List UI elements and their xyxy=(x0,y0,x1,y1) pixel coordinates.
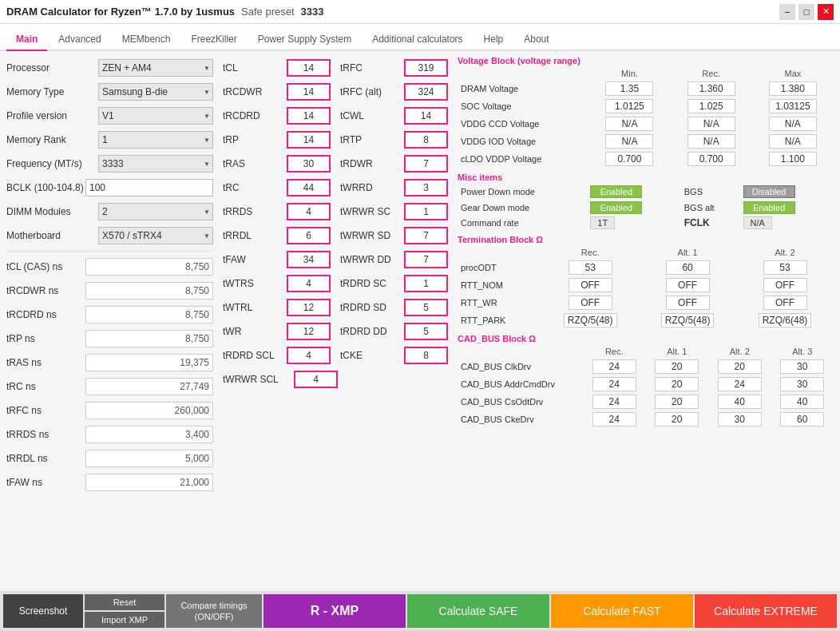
trcdrd-input[interactable] xyxy=(287,107,331,125)
profile-version-select[interactable]: V1 xyxy=(98,107,213,125)
maximize-button[interactable]: □ xyxy=(798,4,814,20)
tcke-input[interactable] xyxy=(404,347,448,364)
calculate-extreme-button[interactable]: Calculate EXTREME xyxy=(695,594,837,628)
tcke-label: tCKE xyxy=(340,350,401,361)
trdwr-input[interactable] xyxy=(404,155,448,173)
compare-timings-button[interactable]: Compare timings(ON/OFF) xyxy=(166,594,262,628)
trcdwr-input[interactable] xyxy=(287,83,331,101)
volt-name: VDDG IOD Voltage xyxy=(458,133,588,150)
trfc-input[interactable] xyxy=(404,59,448,77)
twrwr-scl-label: tWRWR SCL xyxy=(223,374,291,385)
trrds-input[interactable] xyxy=(287,203,331,220)
twtrl-input[interactable] xyxy=(287,299,331,316)
cadbus-title: CAD_BUS Block Ω xyxy=(458,334,834,343)
term-header-alt2: Alt. 2 xyxy=(736,246,834,259)
trp-ns-input[interactable] xyxy=(85,330,213,347)
motherboard-select-wrapper[interactable]: X570 / sTRX4 ▼ xyxy=(98,227,213,244)
bclk-input[interactable] xyxy=(85,179,213,196)
cadbus-alt3: 30 xyxy=(771,358,834,375)
tab-pss[interactable]: Power Supply System xyxy=(248,29,361,51)
trrdl-input[interactable] xyxy=(287,227,331,244)
trcdwr-ns-input[interactable] xyxy=(85,282,213,300)
cadbus-alt2: 24 xyxy=(708,375,771,393)
r-xmp-button[interactable]: R - XMP xyxy=(263,594,406,628)
volt-header-max: Max xyxy=(752,67,834,80)
trc-ns-input[interactable] xyxy=(85,378,213,395)
processor-select[interactable]: ZEN + AM4 xyxy=(98,59,213,77)
memory-rank-label: Memory Rank xyxy=(6,134,98,145)
twrwr-sc-input[interactable] xyxy=(404,203,448,220)
cadbus-alt2: 20 xyxy=(708,358,771,375)
trcdrd-ns-input[interactable] xyxy=(85,306,213,323)
trrds-ns-input[interactable] xyxy=(85,426,213,443)
trdrd-scl-input[interactable] xyxy=(287,347,331,364)
tab-membench[interactable]: MEMbench xyxy=(113,29,180,51)
twrwr-dd-input[interactable] xyxy=(404,251,448,268)
tfaw-ns-input[interactable] xyxy=(85,474,213,491)
profile-version-select-wrapper[interactable]: V1 ▼ xyxy=(98,107,213,125)
motherboard-select[interactable]: X570 / sTRX4 xyxy=(98,227,213,244)
trfc-label: tRFC xyxy=(340,62,401,73)
twtrs-input[interactable] xyxy=(287,275,331,292)
trc-input[interactable] xyxy=(287,179,331,196)
tab-about[interactable]: About xyxy=(514,29,558,51)
tab-advanced[interactable]: Advanced xyxy=(49,29,110,51)
memory-rank-select[interactable]: 1 xyxy=(98,131,213,149)
volt-max: 1.03125 xyxy=(752,97,834,115)
volt-rec: 1.360 xyxy=(671,80,752,97)
trdrd-sd-input[interactable] xyxy=(404,299,448,316)
calculate-fast-button[interactable]: Calculate FAST xyxy=(551,594,693,628)
timing-row-10: tWTRL tRDRD SD xyxy=(223,297,448,318)
misc-val1: 1T xyxy=(587,216,680,230)
reset-button[interactable]: Reset xyxy=(85,594,164,610)
tab-additional[interactable]: Additional calculators xyxy=(363,29,472,51)
tcwl-input[interactable] xyxy=(404,107,448,125)
memory-type-select[interactable]: Samsung B-die xyxy=(98,83,213,101)
frequency-select[interactable]: 3333 xyxy=(98,155,213,173)
processor-row: Processor ZEN + AM4 ▼ xyxy=(6,58,213,78)
tras-ns-input[interactable] xyxy=(85,354,213,371)
misc-name: Gear Down mode xyxy=(458,200,587,216)
twrwr-scl-input[interactable] xyxy=(294,371,338,388)
trdrd-sc-input[interactable] xyxy=(404,275,448,292)
misc-name: Power Down mode xyxy=(458,184,587,200)
voltage-row: VDDG CCD Voltage N/A N/A N/A xyxy=(458,115,834,133)
right-panel: Voltage Block (voltage range) Min. Rec. … xyxy=(451,51,840,591)
trfc-ns-input[interactable] xyxy=(85,402,213,419)
trfc-alt-label: tRFC (alt) xyxy=(340,86,401,97)
misc-val2: N/A xyxy=(740,216,834,230)
tcl-ns-input[interactable] xyxy=(85,258,213,276)
trdrd-dd-input[interactable] xyxy=(404,323,448,340)
memory-type-select-wrapper[interactable]: Samsung B-die ▼ xyxy=(98,83,213,101)
twr-input[interactable] xyxy=(287,323,331,340)
tcl-input[interactable] xyxy=(287,59,331,77)
dimm-select[interactable]: 2 xyxy=(98,203,213,220)
tras-input[interactable] xyxy=(287,155,331,173)
dimm-select-wrapper[interactable]: 2 ▼ xyxy=(98,203,213,220)
processor-select-wrapper[interactable]: ZEN + AM4 ▼ xyxy=(98,59,213,77)
frequency-label: Frequency (MT/s) xyxy=(6,158,98,169)
title-bar-controls: − □ ✕ xyxy=(779,4,834,20)
trp-input[interactable] xyxy=(287,131,331,149)
frequency-select-wrapper[interactable]: 3333 ▼ xyxy=(98,155,213,173)
minimize-button[interactable]: − xyxy=(779,4,795,20)
import-xmp-button[interactable]: Import XMP xyxy=(85,612,164,628)
twrwr-sd-input[interactable] xyxy=(404,227,448,244)
calculate-safe-button[interactable]: Calculate SAFE xyxy=(407,594,549,628)
app-title: DRAM Calculator for Ryzen™ 1.7.0 by 1usm… xyxy=(6,6,235,18)
misc-row: Command rate 1T FCLK N/A xyxy=(458,216,834,230)
tab-main[interactable]: Main xyxy=(6,29,47,51)
twrrd-input[interactable] xyxy=(404,179,448,196)
screenshot-button[interactable]: Screenshot xyxy=(3,594,83,628)
close-button[interactable]: ✕ xyxy=(818,4,834,20)
tfaw-input[interactable] xyxy=(287,251,331,268)
trfc-alt-input[interactable] xyxy=(404,83,448,101)
tab-freezkiller[interactable]: FreezKiller xyxy=(181,29,246,51)
cadbus-alt1: 20 xyxy=(645,375,708,393)
memory-rank-select-wrapper[interactable]: 1 ▼ xyxy=(98,131,213,149)
trtp-input[interactable] xyxy=(404,131,448,149)
trrdl-ns-input[interactable] xyxy=(85,450,213,467)
term-alt2: RZQ/6(48) xyxy=(736,312,834,329)
volt-max: N/A xyxy=(752,115,834,133)
tab-help[interactable]: Help xyxy=(474,29,513,51)
